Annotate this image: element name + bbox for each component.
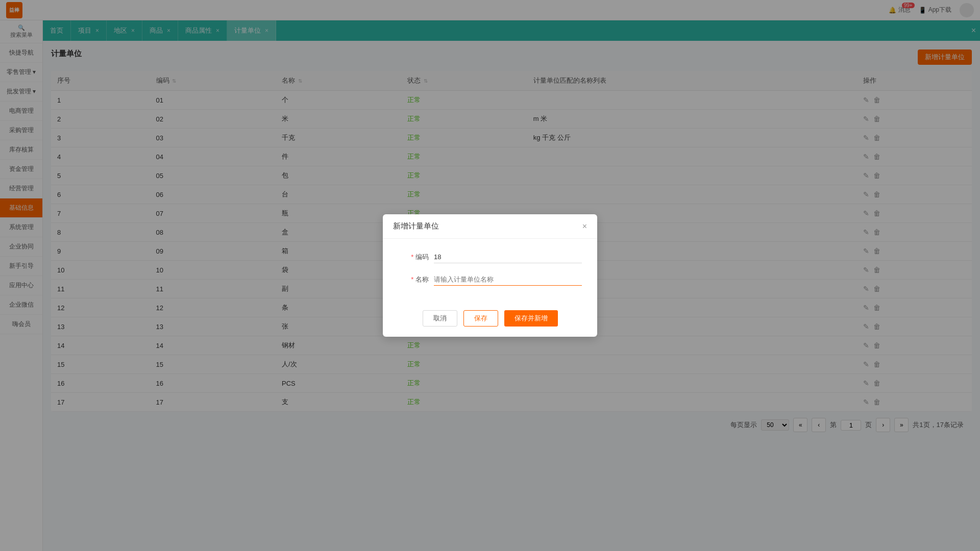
code-form-row: 编码	[398, 251, 582, 263]
save-add-button[interactable]: 保存并新增	[504, 310, 558, 327]
cancel-button[interactable]: 取消	[423, 310, 457, 327]
add-unit-modal: 新增计量单位 × 编码 名称 取消 保存 保存并新增	[383, 214, 597, 337]
save-button[interactable]: 保存	[463, 310, 498, 327]
name-label: 名称	[398, 275, 429, 284]
code-input[interactable]	[434, 251, 582, 263]
name-form-row: 名称	[398, 273, 582, 286]
name-input[interactable]	[434, 273, 582, 286]
modal-header: 新增计量单位 ×	[383, 214, 597, 239]
modal-title: 新增计量单位	[393, 221, 439, 231]
modal-body: 编码 名称	[383, 239, 597, 304]
code-label: 编码	[398, 253, 429, 262]
modal-overlay: 新增计量单位 × 编码 名称 取消 保存 保存并新增	[0, 0, 980, 551]
modal-close-button[interactable]: ×	[582, 222, 587, 231]
modal-footer: 取消 保存 保存并新增	[383, 304, 597, 337]
